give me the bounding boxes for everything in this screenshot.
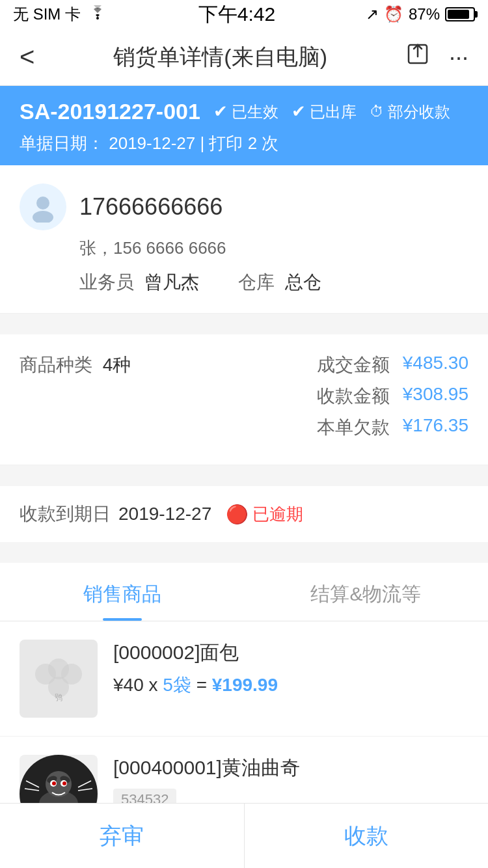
svg-point-17 bbox=[52, 781, 56, 785]
svg-point-0 bbox=[96, 17, 99, 20]
avatar bbox=[20, 183, 66, 230]
product-total-1: ¥199.99 bbox=[212, 675, 278, 695]
product-price-1: ¥40 x 5袋 = ¥199.99 bbox=[113, 673, 468, 698]
product-info-1: [0000002]面包 ¥40 x 5袋 = ¥199.99 bbox=[113, 640, 468, 698]
check-icon-1: ✔ bbox=[213, 102, 228, 122]
summary-left: 商品种类 4种 bbox=[20, 353, 131, 377]
sales-info: 业务员 曾凡杰 bbox=[79, 270, 199, 295]
carrier-text: 无 SIM 卡 bbox=[13, 4, 81, 25]
alarm-icon: ⏰ bbox=[384, 5, 403, 23]
tab-billing-logistics[interactable]: 结算&物流等 bbox=[244, 563, 488, 621]
product-type-count: 4种 bbox=[103, 355, 131, 375]
summary-section: 商品种类 4种 成交金额 ¥485.30 收款金额 ¥308.95 本单欠款 ¥… bbox=[0, 334, 488, 465]
product-name-1: [0000002]面包 bbox=[113, 640, 468, 666]
warning-icon: 🔴 bbox=[226, 504, 249, 525]
back-button[interactable]: < bbox=[20, 42, 34, 72]
share-icon[interactable] bbox=[406, 42, 429, 72]
order-id: SA-20191227-001 bbox=[20, 99, 200, 124]
tabs-row: 销售商品 结算&物流等 bbox=[0, 563, 488, 621]
page-title: 销货单详情(来自电脑) bbox=[113, 42, 327, 72]
product-name-2: [000400001]黄油曲奇 bbox=[113, 755, 468, 781]
more-icon[interactable]: ··· bbox=[449, 44, 468, 71]
battery-icon bbox=[445, 7, 475, 21]
cancel-review-button[interactable]: 弃审 bbox=[0, 804, 245, 868]
collect-payment-button[interactable]: 收款 bbox=[245, 804, 489, 868]
overdue-badge: 🔴 已逾期 bbox=[226, 503, 303, 526]
sales-name: 曾凡杰 bbox=[144, 272, 199, 292]
separator-3 bbox=[0, 542, 488, 552]
status-time: 下午4:42 bbox=[198, 1, 275, 28]
status-right: ↗ ⏰ 87% bbox=[366, 5, 475, 23]
nav-actions: ··· bbox=[406, 42, 468, 72]
received-row: 收款金额 ¥308.95 bbox=[317, 384, 468, 409]
status-left: 无 SIM 卡 bbox=[13, 4, 108, 25]
amount-row: 成交金额 ¥485.30 bbox=[317, 353, 468, 377]
customer-meta: 业务员 曾凡杰 仓库 总仓 bbox=[20, 270, 468, 295]
header-date-row: 单据日期： 2019-12-27 | 打印 2 次 bbox=[20, 132, 468, 155]
list-item: 鸮 [0000002]面包 ¥40 x 5袋 = ¥199.99 bbox=[0, 621, 488, 737]
header-top: SA-20191227-001 ✔ 已生效 ✔ 已出库 ⏱ 部分收款 bbox=[20, 99, 468, 124]
separator-1 bbox=[0, 314, 488, 324]
customer-row: 17666666666 bbox=[20, 183, 468, 230]
debt-row: 本单欠款 ¥176.35 bbox=[317, 415, 468, 440]
separator-2 bbox=[0, 465, 488, 476]
status-bar: 无 SIM 卡 下午4:42 ↗ ⏰ 87% bbox=[0, 0, 488, 29]
clock-icon: ⏱ bbox=[370, 103, 384, 120]
header-banner: SA-20191227-001 ✔ 已生效 ✔ 已出库 ⏱ 部分收款 单据日期：… bbox=[0, 86, 488, 165]
summary-right: 成交金额 ¥485.30 收款金额 ¥308.95 本单欠款 ¥176.35 bbox=[317, 353, 468, 446]
bottom-bar: 弃审 收款 bbox=[0, 803, 488, 868]
svg-point-7 bbox=[48, 658, 69, 679]
tab-sales-products[interactable]: 销售商品 bbox=[0, 563, 244, 621]
warehouse-name: 总仓 bbox=[285, 272, 321, 292]
svg-point-12 bbox=[46, 771, 72, 797]
total-amount: ¥485.30 bbox=[403, 353, 468, 377]
customer-phone: 17666666666 bbox=[79, 193, 223, 221]
debt-amount: ¥176.35 bbox=[403, 415, 468, 440]
wifi-icon bbox=[87, 5, 108, 23]
battery-percent: 87% bbox=[409, 5, 440, 23]
tabs-section: 销售商品 结算&物流等 bbox=[0, 563, 488, 621]
status-effective: ✔ 已生效 bbox=[213, 102, 278, 122]
warehouse-info: 仓库 总仓 bbox=[238, 270, 321, 295]
svg-point-3 bbox=[36, 197, 49, 210]
received-amount: ¥308.95 bbox=[403, 384, 468, 409]
check-icon-2: ✔ bbox=[291, 102, 306, 122]
status-shipped: ✔ 已出库 bbox=[291, 102, 357, 122]
nav-bar: < 销货单详情(来自电脑) ··· bbox=[0, 29, 488, 86]
product-qty-1: 5袋 bbox=[163, 675, 191, 695]
svg-point-18 bbox=[62, 781, 66, 785]
customer-sub-name: 张，156 6666 6666 bbox=[20, 237, 468, 260]
svg-point-4 bbox=[33, 211, 53, 223]
thumb-placeholder-1: 鸮 bbox=[20, 640, 98, 718]
overdue-date: 2019-12-27 bbox=[118, 504, 211, 524]
location-icon: ↗ bbox=[366, 5, 379, 23]
overdue-section: 收款到期日 2019-12-27 🔴 已逾期 bbox=[0, 486, 488, 542]
svg-text:鸮: 鸮 bbox=[55, 693, 62, 701]
status-partial-payment: ⏱ 部分收款 bbox=[370, 102, 450, 122]
customer-section: 17666666666 张，156 6666 6666 业务员 曾凡杰 仓库 总… bbox=[0, 165, 488, 314]
product-thumbnail-1: 鸮 bbox=[20, 640, 98, 718]
